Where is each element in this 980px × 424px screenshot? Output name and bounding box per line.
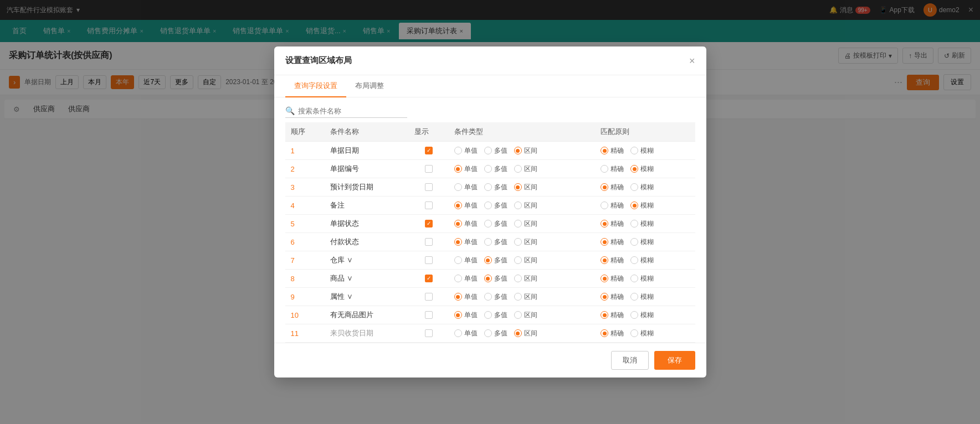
match-radio-精确[interactable]: 精确 (601, 237, 624, 247)
type-radio-多值[interactable]: 多值 (484, 201, 507, 210)
th-display: 显示 (409, 122, 449, 142)
search-wrapper: 🔍 (285, 104, 407, 118)
seq-num: 1 (291, 147, 295, 155)
condition-name: 预计到货日期 (325, 178, 409, 197)
display-checkbox[interactable] (425, 201, 433, 209)
match-radio-精确[interactable]: 精确 (601, 164, 624, 174)
type-radio-区间[interactable]: 区间 (514, 146, 537, 156)
table-row: 5单据状态单值多值区间精确模糊 (285, 215, 695, 233)
type-radio-多值[interactable]: 多值 (484, 256, 507, 265)
type-radio-单值[interactable]: 单值 (454, 164, 478, 174)
type-radio-区间[interactable]: 区间 (514, 201, 537, 210)
type-radio-单值[interactable]: 单值 (454, 201, 478, 210)
match-radio-模糊[interactable]: 模糊 (630, 164, 654, 174)
type-radio-多值[interactable]: 多值 (484, 274, 507, 283)
dialog-tab-query-label: 查询字段设置 (294, 81, 337, 90)
display-checkbox[interactable] (425, 238, 433, 246)
type-radio-单值[interactable]: 单值 (454, 219, 478, 229)
type-radio-多值[interactable]: 多值 (484, 219, 507, 229)
type-radio-单值[interactable]: 单值 (454, 292, 478, 302)
display-checkbox[interactable] (425, 183, 433, 191)
display-checkbox[interactable] (425, 147, 433, 154)
condition-name: 单据编号 (325, 160, 409, 178)
table-row: 1单据日期单值多值区间精确模糊 (285, 142, 695, 160)
display-checkbox[interactable] (425, 165, 433, 173)
match-radio-模糊[interactable]: 模糊 (630, 311, 654, 320)
save-btn[interactable]: 保存 (654, 351, 695, 370)
type-radio-单值[interactable]: 单值 (454, 146, 478, 156)
type-radio-区间[interactable]: 区间 (514, 219, 537, 229)
table-row: 7仓库 ∨单值多值区间精确模糊 (285, 251, 695, 270)
type-radio-单值[interactable]: 单值 (454, 274, 478, 283)
th-type: 条件类型 (449, 122, 595, 142)
type-radio-单值[interactable]: 单值 (454, 237, 478, 247)
condition-name: 商品 ∨ (325, 270, 409, 288)
match-radio-模糊[interactable]: 模糊 (630, 201, 654, 210)
type-radio-多值[interactable]: 多值 (484, 311, 507, 320)
match-radio-精确[interactable]: 精确 (601, 329, 624, 338)
seq-num: 6 (291, 238, 295, 246)
match-radio-模糊[interactable]: 模糊 (630, 237, 654, 247)
match-radio-精确[interactable]: 精确 (601, 274, 624, 283)
th-name: 条件名称 (325, 122, 409, 142)
match-radio-精确[interactable]: 精确 (601, 311, 624, 320)
type-radio-区间[interactable]: 区间 (514, 183, 537, 192)
match-radio-模糊[interactable]: 模糊 (630, 146, 654, 156)
dialog-tab-query[interactable]: 查询字段设置 (285, 75, 346, 97)
type-radio-多值[interactable]: 多值 (484, 183, 507, 192)
dialog-close-btn[interactable]: × (689, 56, 695, 66)
match-radio-模糊[interactable]: 模糊 (630, 292, 654, 302)
match-radio-精确[interactable]: 精确 (601, 183, 624, 192)
table-row: 2单据编号单值多值区间精确模糊 (285, 160, 695, 178)
dialog-tab-layout[interactable]: 布局调整 (346, 75, 393, 97)
match-radio-精确[interactable]: 精确 (601, 292, 624, 302)
match-radio-精确[interactable]: 精确 (601, 256, 624, 265)
match-radio-模糊[interactable]: 模糊 (630, 274, 654, 283)
th-match: 匹配原则 (595, 122, 695, 142)
display-checkbox[interactable] (425, 275, 433, 282)
type-radio-多值[interactable]: 多值 (484, 164, 507, 174)
display-checkbox[interactable] (425, 293, 433, 301)
table-row: 10有无商品图片单值多值区间精确模糊 (285, 306, 695, 324)
display-checkbox[interactable] (425, 256, 433, 264)
type-radio-区间[interactable]: 区间 (514, 329, 537, 338)
type-radio-区间[interactable]: 区间 (514, 237, 537, 247)
type-radio-单值[interactable]: 单值 (454, 311, 478, 320)
type-radio-多值[interactable]: 多值 (484, 292, 507, 302)
type-radio-单值[interactable]: 单值 (454, 329, 478, 338)
type-radio-多值[interactable]: 多值 (484, 237, 507, 247)
match-radio-模糊[interactable]: 模糊 (630, 329, 654, 338)
display-checkbox[interactable] (425, 220, 433, 227)
match-radio-模糊[interactable]: 模糊 (630, 256, 654, 265)
dialog-table-wrap: 顺序 条件名称 显示 条件类型 匹配原则 1单据日期单值多值区间精确模糊2单据编… (274, 122, 706, 343)
display-checkbox[interactable] (425, 329, 433, 337)
seq-num: 10 (291, 311, 299, 319)
match-radio-模糊[interactable]: 模糊 (630, 219, 654, 229)
type-radio-多值[interactable]: 多值 (484, 329, 507, 338)
type-radio-区间[interactable]: 区间 (514, 256, 537, 265)
seq-num: 9 (291, 293, 295, 301)
seq-num: 2 (291, 165, 295, 173)
match-radio-精确[interactable]: 精确 (601, 146, 624, 156)
dialog-table: 顺序 条件名称 显示 条件类型 匹配原则 1单据日期单值多值区间精确模糊2单据编… (285, 122, 695, 343)
match-radio-模糊[interactable]: 模糊 (630, 183, 654, 192)
table-header-row: 顺序 条件名称 显示 条件类型 匹配原则 (285, 122, 695, 142)
match-radio-精确[interactable]: 精确 (601, 201, 624, 210)
display-checkbox[interactable] (425, 311, 433, 319)
cancel-btn[interactable]: 取消 (611, 351, 649, 370)
type-radio-区间[interactable]: 区间 (514, 311, 537, 320)
type-radio-区间[interactable]: 区间 (514, 292, 537, 302)
condition-name: 属性 ∨ (325, 288, 409, 306)
search-input[interactable] (298, 107, 398, 115)
type-radio-区间[interactable]: 区间 (514, 274, 537, 283)
type-radio-多值[interactable]: 多值 (484, 146, 507, 156)
type-radio-单值[interactable]: 单值 (454, 256, 478, 265)
type-radio-区间[interactable]: 区间 (514, 164, 537, 174)
match-radio-精确[interactable]: 精确 (601, 219, 624, 229)
condition-name: 来贝收货日期 (325, 324, 409, 343)
condition-name: 单据日期 (325, 142, 409, 160)
seq-num: 3 (291, 183, 295, 192)
type-radio-单值[interactable]: 单值 (454, 183, 478, 192)
table-row: 8商品 ∨单值多值区间精确模糊 (285, 270, 695, 288)
table-row: 11来贝收货日期单值多值区间精确模糊 (285, 324, 695, 343)
